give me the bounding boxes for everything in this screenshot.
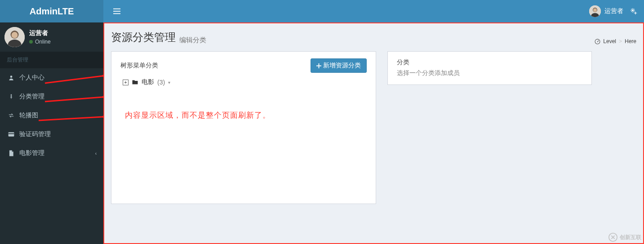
sidebar-user-panel: 运营者 Online bbox=[0, 22, 103, 52]
tree-node-label: 电影 bbox=[142, 78, 154, 86]
sidebar-toggle-button[interactable] bbox=[110, 4, 124, 18]
svg-point-4 bbox=[10, 75, 13, 78]
avatar-image-icon bbox=[589, 5, 601, 17]
svg-line-23 bbox=[631, 9, 632, 9]
category-panel-hint: 选择一个分类添加成员 bbox=[397, 69, 582, 77]
tree-panel: 树形菜单分类 新增资源分类 + 电影 (3) ▾ 内容显示区域，而不是整个页面刷… bbox=[111, 51, 376, 204]
svg-point-3 bbox=[12, 32, 18, 38]
svg-rect-7 bbox=[9, 133, 14, 134]
folder-icon bbox=[132, 80, 138, 85]
tree-icon bbox=[7, 93, 16, 100]
svg-rect-6 bbox=[9, 132, 14, 136]
sidebar: AdminLTE 运营者 Online 后台管理 个人中心 bbox=[0, 0, 103, 244]
sidebar-user-status-text: Online bbox=[35, 39, 51, 45]
svg-line-25 bbox=[631, 11, 632, 12]
avatar bbox=[589, 5, 601, 17]
breadcrumb-here: Here bbox=[625, 38, 636, 44]
svg-rect-12 bbox=[113, 11, 120, 12]
caret-down-icon[interactable]: ▾ bbox=[168, 80, 170, 85]
sidebar-item-label: 轮播图 bbox=[19, 111, 38, 120]
content-header: 资源分类管理 编辑分类 Level > Here bbox=[104, 23, 643, 44]
sidebar-item-label: 电影管理 bbox=[19, 149, 44, 157]
annotation-text: 内容显示区域，而不是整个页面刷新了。 bbox=[125, 110, 271, 120]
tree-node-root[interactable]: + 电影 (3) ▾ bbox=[120, 78, 367, 86]
file-icon bbox=[7, 150, 16, 156]
tree-panel-title: 树形菜单分类 bbox=[120, 62, 158, 70]
hamburger-icon bbox=[113, 8, 120, 14]
exchange-icon bbox=[7, 112, 16, 119]
watermark-text: 创新互联 bbox=[620, 234, 641, 241]
breadcrumb: Level > Here bbox=[595, 38, 636, 44]
sidebar-item-label: 验证码管理 bbox=[19, 130, 51, 138]
svg-rect-35 bbox=[316, 65, 321, 66]
tree-node-count: (3) bbox=[157, 79, 165, 86]
chevron-left-icon: ‹ bbox=[95, 151, 97, 156]
breadcrumb-level[interactable]: Level bbox=[603, 38, 616, 44]
sidebar-item-movie-manage[interactable]: 电影管理 ‹ bbox=[0, 144, 103, 163]
expand-toggle-icon[interactable]: + bbox=[123, 80, 129, 85]
sidebar-menu: 个人中心 分类管理 轮播图 验证码管理 电影管理 ‹ bbox=[0, 68, 103, 163]
sidebar-item-captcha-manage[interactable]: 验证码管理 bbox=[0, 125, 103, 144]
dashboard-icon bbox=[595, 39, 600, 44]
category-panel: 分类 选择一个分类添加成员 bbox=[387, 51, 592, 85]
watermark: 创新互联 bbox=[608, 232, 641, 242]
online-status-icon bbox=[29, 40, 33, 44]
svg-point-27 bbox=[635, 12, 636, 13]
navbar-user-menu[interactable]: 运营者 bbox=[589, 5, 623, 17]
settings-button[interactable] bbox=[630, 8, 637, 15]
add-category-button[interactable]: 新增资源分类 bbox=[311, 58, 367, 73]
avatar bbox=[4, 27, 25, 47]
svg-point-33 bbox=[597, 41, 598, 42]
card-icon bbox=[7, 132, 16, 137]
page-subtitle: 编辑分类 bbox=[179, 36, 206, 44]
sidebar-section-header: 后台管理 bbox=[0, 52, 103, 68]
breadcrumb-separator: > bbox=[619, 38, 622, 44]
watermark-logo-icon bbox=[608, 232, 618, 242]
sidebar-item-carousel[interactable]: 轮播图 bbox=[0, 106, 103, 125]
svg-point-18 bbox=[632, 9, 634, 11]
svg-line-24 bbox=[634, 11, 634, 12]
gears-icon bbox=[630, 8, 637, 15]
svg-point-17 bbox=[593, 9, 597, 12]
sidebar-item-label: 分类管理 bbox=[19, 93, 44, 101]
svg-rect-13 bbox=[113, 13, 120, 14]
content-wrapper: 资源分类管理 编辑分类 Level > Here 树形菜单分类 新增资源分类 + bbox=[103, 22, 644, 244]
sidebar-item-label: 个人中心 bbox=[19, 74, 44, 82]
navbar-user-name: 运营者 bbox=[604, 7, 623, 15]
category-panel-title: 分类 bbox=[397, 58, 582, 67]
avatar-image-icon bbox=[4, 27, 25, 47]
svg-rect-11 bbox=[113, 9, 120, 9]
sidebar-item-personal-center[interactable]: 个人中心 bbox=[0, 68, 103, 87]
top-navbar: 运营者 bbox=[103, 0, 644, 22]
page-title: 资源分类管理 bbox=[111, 30, 176, 44]
add-category-button-label: 新增资源分类 bbox=[323, 62, 361, 70]
plus-icon bbox=[316, 63, 321, 68]
sidebar-user-name: 运营者 bbox=[29, 29, 51, 37]
sidebar-user-status: Online bbox=[29, 39, 51, 45]
user-icon bbox=[7, 75, 16, 81]
svg-line-26 bbox=[634, 9, 634, 9]
svg-rect-5 bbox=[11, 98, 11, 99]
content-body: 树形菜单分类 新增资源分类 + 电影 (3) ▾ 内容显示区域，而不是整个页面刷… bbox=[104, 44, 643, 211]
brand-logo[interactable]: AdminLTE bbox=[0, 0, 103, 22]
sidebar-item-category-manage[interactable]: 分类管理 bbox=[0, 87, 103, 106]
